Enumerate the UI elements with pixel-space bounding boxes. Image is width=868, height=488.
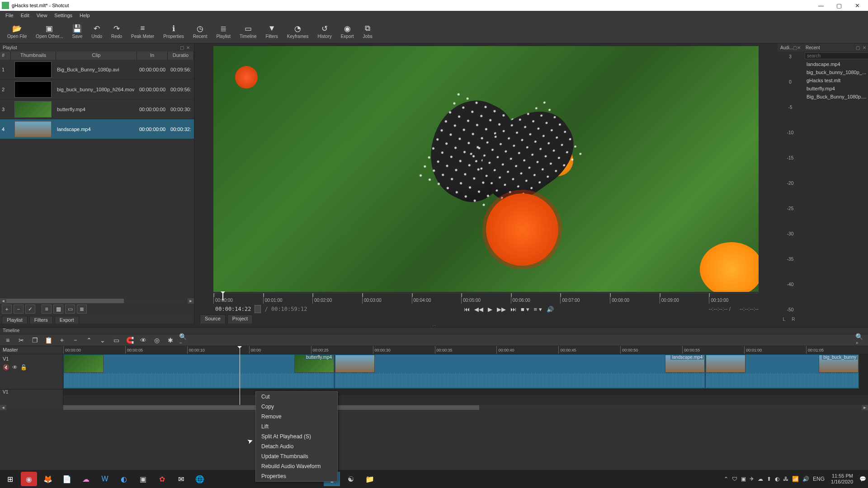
playlist-view-icons-icon[interactable]: ▭	[65, 305, 75, 314]
toolbar-savebutton[interactable]: 💾Save	[67, 21, 87, 42]
playlist-remove-button[interactable]: －	[14, 305, 24, 314]
overwrite-icon[interactable]: ⌄	[98, 336, 108, 345]
tray-icon[interactable]: ⌃	[724, 476, 728, 482]
zoom-out-icon[interactable]: 🔍⁻	[179, 336, 189, 345]
recent-item[interactable]: butterfly.mp4	[803, 84, 868, 93]
cut-icon[interactable]: ✂	[16, 336, 26, 345]
taskbar-app[interactable]: ✿	[154, 472, 170, 486]
playlist-add-button[interactable]: ＋	[2, 305, 12, 314]
close-button[interactable]: ✕	[848, 0, 866, 10]
tab-playlist[interactable]: Playlist	[2, 316, 28, 324]
tray-icon[interactable]: ⬆	[767, 476, 771, 482]
track-lock-icon[interactable]: 🔓	[20, 364, 27, 371]
context-rebuild-audio-waveform[interactable]: Rebuild Audio Waveform	[256, 461, 337, 471]
track-v1b[interactable]	[63, 389, 868, 395]
recent-item[interactable]: gHacks test.mlt	[803, 76, 868, 84]
zoom-in-icon[interactable]: 🔍⁺	[855, 336, 865, 345]
playlist-view-list-icon[interactable]: ≡	[42, 305, 52, 314]
preview-monitor[interactable]	[213, 46, 759, 292]
toolbar-keyframesbutton[interactable]: ◔Keyframes	[283, 21, 313, 42]
stop-button[interactable]: ■ ▾	[521, 306, 529, 313]
timeline-scrollbar[interactable]: ◄►	[0, 405, 868, 410]
menu-edit[interactable]: Edit	[17, 12, 33, 19]
taskbar-app[interactable]: ☁	[78, 472, 94, 486]
timeline-playhead[interactable]	[240, 346, 240, 405]
toolbar-jobsbutton[interactable]: ⧉Jobs	[359, 21, 377, 42]
viewer-ruler[interactable]: 00:00:0000:01:0000:02:0000:03:0000:04:00…	[213, 293, 759, 304]
timeline[interactable]: Master V1 🔇 👁 🔓 V1 00:00:0000:00:0500:00…	[0, 346, 868, 405]
track-v1b-header[interactable]: V1	[0, 389, 63, 395]
tray-volume-icon[interactable]: 🔊	[802, 476, 809, 482]
taskbar-app[interactable]: ◉	[21, 472, 37, 486]
timeline-clip[interactable]: landscape.mp4	[335, 354, 705, 389]
split-icon[interactable]: ▭	[111, 336, 121, 345]
tab-source[interactable]: Source	[200, 314, 226, 324]
scrub-icon[interactable]: 👁	[138, 336, 148, 345]
playlist-row[interactable]: 3butterfly.mp400:00:00:0000:00:30:	[0, 99, 194, 119]
undock-icon[interactable]: ▢	[855, 45, 861, 50]
master-track-header[interactable]: Master	[0, 346, 63, 354]
taskbar-app[interactable]: ◐	[116, 472, 132, 486]
context-lift[interactable]: Lift	[256, 422, 337, 432]
skip-end-button[interactable]: ⏭	[510, 306, 516, 313]
taskbar-app[interactable]: 📁	[362, 472, 378, 486]
taskbar-terminal[interactable]: ▣	[135, 472, 151, 486]
playlist-row[interactable]: 2big_buck_bunny_1080p_h264.mov00:00:00:0…	[0, 80, 194, 99]
tab-filters[interactable]: Filters	[29, 316, 53, 324]
timeline-menu-icon[interactable]: ≡	[3, 336, 13, 345]
tray-icon[interactable]: ✈	[750, 476, 754, 482]
play-button[interactable]: ▶	[488, 306, 492, 313]
maximize-button[interactable]: ▢	[830, 0, 848, 10]
tray-wifi-icon[interactable]: 📶	[792, 476, 799, 482]
undock-icon[interactable]: ▢	[179, 45, 185, 50]
taskbar-firefox[interactable]: 🦊	[40, 472, 56, 486]
playlist-view-tiles-icon[interactable]: ▦	[53, 305, 63, 314]
track-hide-icon[interactable]: 👁	[12, 364, 18, 371]
toolbar-propertiesbutton[interactable]: ℹProperties	[159, 21, 189, 42]
zoom-menu-button[interactable]: ≡ ▾	[534, 306, 542, 313]
taskbar-app[interactable]: ☯	[343, 472, 359, 486]
current-timecode[interactable]: 00:00:14:22	[213, 306, 253, 312]
track-v1-header[interactable]: V1 🔇 👁 🔓	[0, 354, 63, 389]
close-panel-icon[interactable]: ✕	[185, 45, 191, 50]
ripple-icon[interactable]: ◎	[152, 336, 162, 345]
playlist-check-button[interactable]: ✓	[25, 305, 35, 314]
context-update-thumbnails[interactable]: Update Thumbnails	[256, 451, 337, 461]
track-mute-icon[interactable]: 🔇	[3, 364, 9, 371]
panel-splitter[interactable]: ⋯	[0, 324, 868, 327]
tray-icon[interactable]: ☁	[758, 476, 763, 482]
toolbar-undobutton[interactable]: ↶Undo	[87, 21, 107, 42]
toolbar-historybutton[interactable]: ↺History	[313, 21, 336, 42]
menu-view[interactable]: View	[33, 12, 51, 19]
copy-icon[interactable]: ❐	[30, 336, 40, 345]
taskbar-mail[interactable]: ✉	[173, 472, 189, 486]
toolbar-playlistbutton[interactable]: ≣Playlist	[212, 21, 235, 42]
undock-icon[interactable]: ▢	[793, 45, 797, 50]
menu-file[interactable]: File	[2, 12, 17, 19]
playlist-row[interactable]: 1Big_Buck_Bunny_1080p.avi00:00:00:0000:0…	[0, 60, 194, 80]
taskbar-clock[interactable]: 11:55 PM1/16/2020	[828, 473, 856, 485]
playlist-menu-icon[interactable]: ≣	[77, 305, 87, 314]
context-split-at-playhead-s-[interactable]: Split At Playhead (S)	[256, 432, 337, 441]
toolbar-recentbutton[interactable]: ◷Recent	[189, 21, 212, 42]
toolbar-timelinebutton[interactable]: ▭Timeline	[235, 21, 261, 42]
tab-export[interactable]: Export	[55, 316, 79, 324]
append-icon[interactable]: ＋	[57, 336, 67, 345]
tray-icon[interactable]: 🖧	[783, 476, 788, 482]
timecode-spinner[interactable]	[255, 305, 261, 313]
toolbar-open-filebutton[interactable]: 📂Open File	[3, 21, 31, 42]
timeline-clip[interactable]: butterfly.mp4	[63, 354, 335, 389]
forward-button[interactable]: ▶▶	[497, 306, 506, 313]
context-cut[interactable]: Cut	[256, 392, 337, 402]
toolbar-filtersbutton[interactable]: ▼Filters	[261, 21, 283, 42]
recent-item[interactable]: Big_Buck_Bunny_1080p....	[803, 93, 868, 101]
recent-search-input[interactable]	[805, 52, 868, 59]
taskbar-app[interactable]: 📄	[59, 472, 75, 486]
timeline-clip[interactable]: big_buck_bunny	[705, 354, 859, 389]
lift-icon[interactable]: ⌃	[84, 336, 94, 345]
tray-icon[interactable]: ◐	[775, 476, 779, 482]
rewind-button[interactable]: ◀◀	[474, 306, 483, 313]
taskbar-word[interactable]: W	[97, 472, 113, 486]
paste-icon[interactable]: 📋	[43, 336, 53, 345]
track-v1[interactable]: butterfly.mp4landscape.mp4big_buck_bunny	[63, 354, 868, 389]
